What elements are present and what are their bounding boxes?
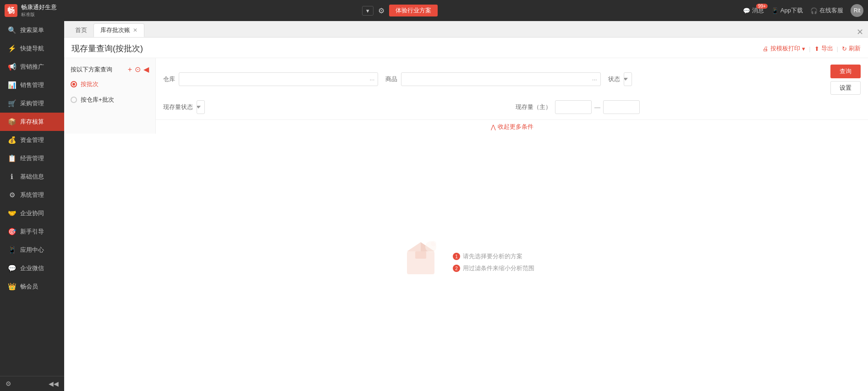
sidebar-item-wechat[interactable]: 💬 企业微信 — [0, 259, 64, 277]
stock-status-field: 现存量状态 — [163, 100, 508, 114]
refresh-button[interactable]: ↻ 刷新 — [842, 44, 861, 53]
app-info: 畅康通好生意 标准版 — [21, 3, 57, 18]
search-icon: 🔍 — [7, 26, 16, 35]
radio-inner — [72, 83, 75, 86]
sidebar-item-purchase[interactable]: 🛒 采购管理 — [0, 94, 64, 113]
tab-batch-account-label: 库存批次账 — [100, 26, 130, 34]
info-icon: ℹ — [7, 172, 16, 181]
dropdown-button[interactable]: ▾ — [362, 6, 374, 16]
app-download-icon: 📱 — [771, 7, 779, 14]
filter-collapse-button[interactable]: ◀ — [143, 66, 149, 73]
user-menu[interactable]: Rit — [851, 4, 863, 17]
close-panel-button[interactable]: ✕ — [857, 27, 863, 37]
empty-tip-1: 1 请先选择要分析的方案 — [453, 252, 534, 261]
sidebar-item-label: 畅会员 — [20, 282, 38, 291]
sidebar-item-label: 基础信息 — [20, 173, 44, 181]
headset-icon: 🎧 — [810, 7, 818, 14]
add-filter-button[interactable]: + — [128, 66, 132, 73]
sidebar-item-marketing[interactable]: 📢 营销推广 — [0, 58, 64, 76]
handshake-icon: 🤝 — [7, 209, 16, 218]
page-title: 现存量查询(按批次) — [71, 43, 143, 54]
gear-button[interactable]: ⚙ — [378, 6, 385, 15]
stock-status-select-wrapper — [197, 100, 508, 114]
sidebar-item-member[interactable]: 👑 畅会员 — [0, 277, 64, 296]
filter-sidebar: 按以下方案查询 + ⊙ ◀ 按批次 — [64, 58, 156, 134]
collapse-bar[interactable]: ⋀ 收起更多条件 — [156, 119, 868, 134]
experience-button[interactable]: 体验行业方案 — [389, 5, 438, 16]
sidebar-item-finance[interactable]: 💰 资金管理 — [0, 131, 64, 149]
radio-by-batch — [71, 81, 77, 87]
messages-button[interactable]: 💬 消息 99+ — [743, 6, 764, 15]
gear-icon: ⚙ — [378, 7, 385, 15]
stock-status-select[interactable] — [197, 100, 205, 114]
product-more-icon[interactable]: ··· — [592, 76, 597, 83]
sidebar-item-label: 销售管理 — [20, 81, 44, 89]
print-button[interactable]: 🖨 按模板打印 ▾ — [763, 44, 805, 53]
stock-amount-min-input[interactable] — [555, 100, 592, 114]
top-header: 畅 畅康通好生意 标准版 ▾ ⚙ 体验行业方案 💬 消息 99+ 📱 App下载… — [0, 0, 868, 21]
warehouse-label: 仓库 — [163, 75, 175, 83]
filter-row-1: 仓库 ··· 商品 ··· — [163, 64, 861, 95]
sidebar-item-label: 新手引导 — [20, 228, 44, 236]
sidebar-collapse-button[interactable]: ◀◀ — [49, 380, 59, 387]
sidebar-item-inventory[interactable]: 📦 库存核算 — [0, 113, 64, 131]
sidebar-item-basic[interactable]: ℹ 基础信息 — [0, 168, 64, 186]
sidebar-item-quick-nav[interactable]: ⚡ 快捷导航 — [0, 39, 64, 58]
radio-by-warehouse-batch — [71, 97, 77, 103]
warehouse-input-wrapper: ··· — [179, 72, 378, 86]
sidebar-item-newuser[interactable]: 🎯 新手引导 — [0, 223, 64, 241]
stock-amount-max-input[interactable] — [603, 100, 640, 114]
sidebar-item-sales[interactable]: 📊 销售管理 — [0, 76, 64, 94]
filter-option-by-warehouse-batch[interactable]: 按仓库+批次 — [64, 92, 155, 108]
sidebar-item-system[interactable]: ⚙ 系统管理 — [0, 186, 64, 204]
chart-icon: 📊 — [7, 81, 16, 90]
filter-sidebar-title: 按以下方案查询 — [71, 65, 112, 74]
sidebar-item-enterprise[interactable]: 🤝 企业协同 — [0, 204, 64, 223]
export-label: 导出 — [821, 44, 833, 53]
sidebar-item-label: 企业微信 — [20, 264, 44, 272]
header-center: ▾ ⚙ 体验行业方案 — [362, 5, 438, 16]
content-area: 首页 库存批次账 ✕ ✕ 现存量查询(按批次) 🖨 按模板打印 ▾ | — [64, 21, 868, 391]
tip-num-1: 1 — [453, 253, 460, 260]
sidebar-settings-button[interactable]: ⚙ — [5, 380, 11, 387]
avatar: Rit — [851, 4, 863, 17]
tab-batch-account[interactable]: 库存批次账 ✕ — [93, 23, 144, 37]
page-content: 现存量查询(按批次) 🖨 按模板打印 ▾ | ⬆ 导出 | ↻ — [64, 38, 868, 391]
tab-home[interactable]: 首页 — [69, 23, 93, 37]
tab-bar: 首页 库存批次账 ✕ ✕ — [64, 21, 868, 38]
app-download-button[interactable]: 📱 App下载 — [771, 6, 803, 15]
sidebar-item-search[interactable]: 🔍 搜索菜单 — [0, 21, 64, 39]
collapse-text: 收起更多条件 — [498, 123, 533, 131]
stock-amount-range: — — [555, 100, 861, 114]
cart-icon: 🛒 — [7, 99, 16, 108]
page-header: 现存量查询(按批次) 🖨 按模板打印 ▾ | ⬆ 导出 | ↻ — [64, 38, 868, 58]
stock-amount-field: 现存量（主） — — [516, 100, 861, 114]
sidebar-item-label: 企业协同 — [20, 209, 44, 217]
query-button[interactable]: 查询 — [830, 65, 861, 78]
filter-option-by-batch-label: 按批次 — [81, 80, 99, 88]
stock-status-label: 现存量状态 — [163, 103, 193, 111]
filter-settings-button[interactable]: ⊙ — [135, 66, 141, 73]
sidebar-item-label: 系统管理 — [20, 191, 44, 199]
megaphone-icon: 📢 — [7, 62, 16, 71]
filter-option-by-batch[interactable]: 按批次 — [64, 76, 155, 92]
box-illustration — [398, 235, 444, 281]
sidebar-item-operations[interactable]: 📋 经营管理 — [0, 149, 64, 168]
sidebar-scroll-area: 🔍 搜索菜单 ⚡ 快捷导航 📢 营销推广 📊 销售管理 🛒 采购管理 📦 — [0, 21, 64, 376]
status-select[interactable] — [624, 72, 632, 86]
online-service-button[interactable]: 🎧 在线客服 — [810, 6, 843, 15]
warehouse-field: 仓库 ··· — [163, 72, 378, 86]
export-button[interactable]: ⬆ 导出 — [814, 44, 833, 53]
online-service-label: 在线客服 — [819, 6, 843, 15]
product-input[interactable] — [401, 72, 600, 86]
clipboard-icon: 📋 — [7, 154, 16, 163]
empty-tips: 1 请先选择要分析的方案 2 用过滤条件来缩小分析范围 — [453, 252, 534, 272]
status-field: 状态 — [608, 72, 823, 86]
money-icon: 💰 — [7, 136, 16, 145]
settings-button[interactable]: 设置 — [830, 81, 861, 95]
warehouse-input[interactable] — [179, 72, 378, 86]
warehouse-more-icon[interactable]: ··· — [369, 76, 374, 83]
tab-close-icon[interactable]: ✕ — [133, 27, 137, 33]
sidebar-item-appcenter[interactable]: 📱 应用中心 — [0, 241, 64, 259]
filter-option-by-warehouse-batch-label: 按仓库+批次 — [81, 96, 114, 104]
